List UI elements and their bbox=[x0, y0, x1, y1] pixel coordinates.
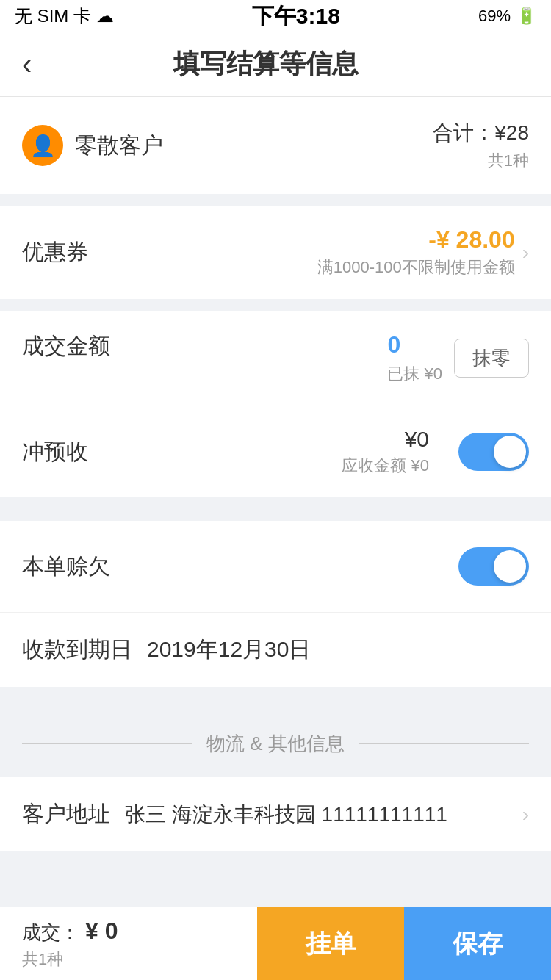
bottom-bar: 成交： ¥ 0 共1种 挂单 保存 bbox=[0, 907, 551, 980]
logistics-header: 物流 & 其他信息 bbox=[0, 710, 551, 777]
signal-text: 无 SIM 卡 ☁ bbox=[15, 4, 114, 28]
address-row[interactable]: 客户地址 张三 海淀永丰科技园 11111111111 › bbox=[0, 777, 551, 851]
nav-bar: ‹ 填写结算等信息 bbox=[0, 32, 551, 97]
coupon-row[interactable]: 优惠券 -¥ 28.00 满1000-100不限制使用金额 › bbox=[0, 206, 551, 299]
section-divider-2 bbox=[0, 699, 551, 710]
section-divider-1 bbox=[0, 509, 551, 521]
duedate-row: 收款到期日 2019年12月30日 bbox=[0, 612, 551, 687]
address-value: 张三 海淀永丰科技园 11111111111 bbox=[125, 801, 508, 829]
transaction-card: 成交金额 0 已抹 ¥0 抹零 冲预收 ¥0 应收金额 ¥0 bbox=[0, 311, 551, 497]
status-time: 下午3:18 bbox=[252, 1, 340, 32]
status-right: 69% 🔋 bbox=[478, 7, 536, 26]
back-button[interactable]: ‹ bbox=[22, 48, 32, 81]
debit-card: 本单赊欠 收款到期日 2019年12月30日 bbox=[0, 521, 551, 687]
coupon-amount: -¥ 28.00 bbox=[317, 226, 515, 253]
transaction-right: 0 已抹 ¥0 抹零 bbox=[387, 331, 529, 385]
customer-total: 合计：¥28 bbox=[433, 119, 529, 147]
transaction-value: 0 bbox=[387, 331, 442, 359]
coupon-card[interactable]: 优惠券 -¥ 28.00 满1000-100不限制使用金额 › bbox=[0, 206, 551, 299]
battery-text: 69% bbox=[478, 7, 511, 26]
address-card[interactable]: 客户地址 张三 海淀永丰科技园 11111111111 › bbox=[0, 777, 551, 851]
prereceive-sub: 应收金额 ¥0 bbox=[342, 455, 429, 477]
transaction-sub: 已抹 ¥0 bbox=[387, 363, 442, 385]
status-bar: 无 SIM 卡 ☁ 下午3:18 69% 🔋 bbox=[0, 0, 551, 32]
transaction-label: 成交金额 bbox=[22, 331, 110, 361]
transaction-row: 成交金额 0 已抹 ¥0 抹零 bbox=[0, 311, 551, 406]
customer-card: 👤 零散客户 合计：¥28 共1种 bbox=[0, 97, 551, 194]
battery-icon: 🔋 bbox=[516, 7, 536, 26]
customer-total-section: 合计：¥28 共1种 bbox=[433, 119, 529, 172]
logistics-label: 物流 & 其他信息 bbox=[192, 731, 359, 757]
debit-label: 本单赊欠 bbox=[22, 552, 110, 582]
customer-name: 零散客户 bbox=[75, 131, 163, 161]
prereceive-toggle[interactable] bbox=[458, 433, 529, 471]
debit-toggle[interactable] bbox=[458, 547, 529, 586]
duedate-label: 收款到期日 bbox=[22, 635, 132, 665]
avatar: 👤 bbox=[22, 125, 63, 166]
address-chevron-icon: › bbox=[522, 803, 529, 826]
coupon-label: 优惠券 bbox=[22, 237, 88, 267]
prereceive-label: 冲预收 bbox=[22, 437, 88, 467]
logistics-line-left bbox=[22, 743, 192, 744]
customer-count: 共1种 bbox=[433, 150, 529, 172]
debit-row: 本单赊欠 bbox=[0, 521, 551, 612]
bottom-count: 共1种 bbox=[22, 948, 235, 970]
coupon-desc: 满1000-100不限制使用金额 bbox=[317, 256, 515, 278]
round-off-button[interactable]: 抹零 bbox=[454, 339, 529, 378]
prereceive-value: ¥0 bbox=[342, 427, 429, 452]
duedate-value: 2019年12月30日 bbox=[147, 635, 311, 665]
save-button[interactable]: 保存 bbox=[404, 907, 551, 981]
chevron-right-icon: › bbox=[522, 241, 529, 264]
customer-row: 👤 零散客户 合计：¥28 共1种 bbox=[0, 97, 551, 194]
bottom-deal-amount: ¥ 0 bbox=[85, 918, 118, 945]
bottom-deal-label: 成交： bbox=[22, 920, 79, 945]
prereceive-values: ¥0 应收金额 ¥0 bbox=[342, 427, 429, 477]
coupon-right: -¥ 28.00 满1000-100不限制使用金额 bbox=[317, 226, 515, 278]
transaction-value-section: 0 已抹 ¥0 bbox=[387, 331, 442, 385]
customer-info: 👤 零散客户 bbox=[22, 125, 163, 166]
bottom-deal-line: 成交： ¥ 0 bbox=[22, 918, 235, 945]
avatar-icon: 👤 bbox=[30, 134, 56, 158]
hold-button[interactable]: 挂单 bbox=[257, 907, 404, 981]
status-left: 无 SIM 卡 ☁ bbox=[15, 4, 114, 28]
page-title: 填写结算等信息 bbox=[46, 46, 485, 82]
address-label: 客户地址 bbox=[22, 799, 110, 829]
logistics-line-right bbox=[359, 743, 529, 744]
prereceive-row: 冲预收 ¥0 应收金额 ¥0 bbox=[0, 406, 551, 497]
bottom-summary: 成交： ¥ 0 共1种 bbox=[0, 918, 257, 970]
